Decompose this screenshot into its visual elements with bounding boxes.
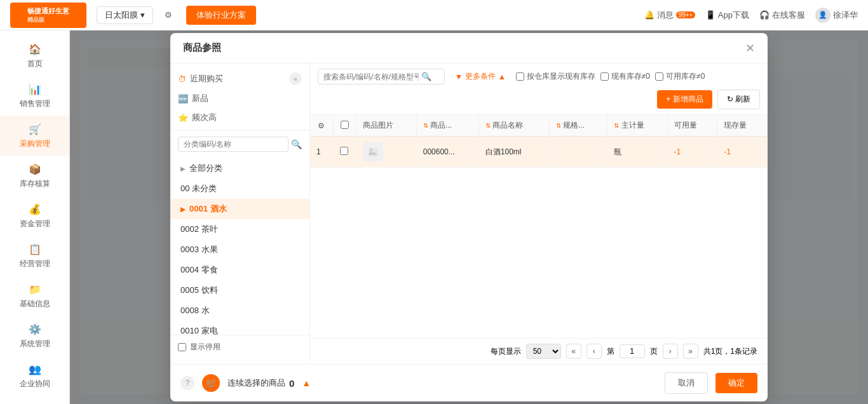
help-btn[interactable]: ? — [180, 376, 194, 390]
recent-purchase-nav[interactable]: ⏱ 近期购买 « — [170, 69, 309, 89]
sidebar-item-finance[interactable]: 💰 资金管理 — [0, 196, 69, 236]
divider — [170, 130, 309, 130]
sidebar-item-label: 系统管理 — [20, 339, 50, 349]
total-info: 共1页，1条记录 — [703, 346, 757, 357]
page-size-select[interactable]: 50 100 200 — [526, 344, 561, 359]
category-0010[interactable]: 0010 家电 — [170, 321, 309, 335]
selected-count-section: 连续选择的商品 0 — [227, 377, 294, 389]
td-unit: 瓶 — [607, 137, 667, 168]
collapse-footer-btn[interactable]: ▲ — [302, 378, 311, 388]
sidebar-item-system[interactable]: ⚙️ 系统管理 — [0, 316, 69, 356]
modal-header: 商品参照 ✕ — [170, 33, 768, 64]
selected-count-badge: 0 — [289, 378, 294, 389]
category-search-icon[interactable]: 🔍 — [291, 139, 302, 149]
search-icon[interactable]: 🔍 — [421, 72, 431, 81]
display-stopped-section: 显示停用 — [170, 335, 309, 359]
modal-overlay: 商品参照 ✕ ⏱ 近期购买 « 🆕 新品 — [70, 30, 868, 404]
td-available: -1 — [667, 137, 717, 168]
first-page-btn[interactable]: « — [566, 344, 581, 359]
pagination: 每页显示 50 100 200 « ‹ 第 页 › — [310, 338, 768, 364]
sidebar-item-purchase[interactable]: 🛒 采购管理 — [0, 116, 69, 156]
basic-info-icon: 📁 — [28, 282, 42, 296]
td-stock: -1 — [717, 137, 768, 168]
sidebar-item-home[interactable]: 🏠 首页 — [0, 36, 69, 76]
sidebar-item-inventory[interactable]: 📦 库存核算 — [0, 156, 69, 196]
product-table-container: ⚙ 商品图片 ⇅ — [310, 115, 768, 338]
notifications-btn[interactable]: 🔔 消息 99++ — [644, 10, 695, 21]
refresh-btn[interactable]: ↻ 刷新 — [717, 90, 760, 109]
th-spec[interactable]: ⇅ 规格... — [549, 115, 607, 137]
sort-name-icon: ⇅ — [485, 122, 491, 129]
sidebar-item-sales[interactable]: 📊 销售管理 — [0, 76, 69, 116]
collapse-left-btn[interactable]: « — [289, 72, 302, 85]
product-search-input[interactable] — [323, 72, 419, 81]
td-spec — [549, 137, 607, 168]
th-code[interactable]: ⇅ 商品... — [416, 115, 478, 137]
arrow-active-icon: ▶ — [180, 206, 186, 213]
experience-btn[interactable]: 体验行业方案 — [186, 6, 256, 25]
sidebar-item-label: 基础信息 — [20, 299, 50, 309]
page-number-input[interactable] — [620, 344, 645, 358]
th-settings[interactable]: ⚙ — [310, 115, 333, 137]
product-reference-modal: 商品参照 ✕ ⏱ 近期购买 « 🆕 新品 — [170, 33, 768, 401]
category-0005[interactable]: 0005 饮料 — [170, 280, 309, 300]
sidebar-item-operations[interactable]: 📋 经营管理 — [0, 236, 69, 276]
cart-btn[interactable]: 🛒 — [202, 374, 220, 392]
filter-icon: ▼ — [455, 72, 463, 81]
sidebar-item-label: 销售管理 — [20, 98, 50, 109]
chevron-up-icon: ▲ — [498, 72, 506, 81]
product-thumbnail — [363, 142, 383, 162]
sidebar-item-enterprise[interactable]: 👥 企业协同 — [0, 356, 69, 396]
category-0001[interactable]: ▶ 0001 酒水 — [170, 199, 309, 219]
cancel-btn[interactable]: 取消 — [665, 372, 708, 394]
td-image — [356, 137, 416, 168]
settings-icon[interactable]: ⚙ — [158, 5, 179, 25]
available-stock-checkbox[interactable] — [600, 72, 609, 81]
table-header-row: ⚙ 商品图片 ⇅ — [310, 115, 768, 137]
store-dropdown[interactable]: 日太阳膜 ▾ — [97, 6, 153, 24]
page-label: 第 — [607, 346, 614, 357]
category-0003[interactable]: 0003 水果 — [170, 239, 309, 260]
select-all-checkbox[interactable] — [341, 121, 349, 129]
sidebar-item-label: 库存核算 — [20, 178, 50, 189]
th-image: 商品图片 — [356, 115, 416, 137]
sidebar-item-label: 首页 — [27, 58, 43, 69]
warehouse-checkbox[interactable] — [516, 72, 524, 81]
navbar: 畅捷通好生意 精品版 日太阳膜 ▾ ⚙ 体验行业方案 🔔 消息 99++ 📱 A… — [0, 0, 868, 30]
add-product-btn[interactable]: + 新增商品 — [657, 90, 712, 109]
online-support-btn[interactable]: 🎧 在线客服 — [759, 10, 805, 21]
category-0008[interactable]: 0008 水 — [170, 300, 309, 321]
next-page-btn[interactable]: › — [663, 344, 678, 359]
sidebar-item-basic-info[interactable]: 📁 基础信息 — [0, 276, 69, 316]
purchase-icon: 🛒 — [28, 122, 42, 136]
navbar-right: 🔔 消息 99++ 📱 App下载 🎧 在线客服 👤 徐泽华 — [644, 8, 858, 23]
avatar-icon: 👤 — [815, 8, 831, 23]
modal-close-btn[interactable]: ✕ — [745, 43, 755, 54]
usable-stock-checkbox[interactable] — [655, 72, 663, 81]
display-stopped-checkbox[interactable] — [178, 343, 186, 351]
category-all[interactable]: ▶ 全部分类 — [170, 158, 309, 178]
product-search-box: 🔍 — [318, 69, 445, 84]
sidebar-item-label: 经营管理 — [20, 259, 50, 269]
th-unit[interactable]: ⇅ 主计量 — [607, 115, 667, 137]
mobile-icon: 📱 — [705, 10, 715, 20]
new-product-nav[interactable]: 🆕 新品 — [170, 89, 309, 108]
row-checkbox[interactable] — [340, 147, 348, 155]
user-menu[interactable]: 👤 徐泽华 — [815, 8, 858, 23]
confirm-btn[interactable]: 确定 — [715, 373, 757, 393]
warehouse-checkbox-group: 按仓库显示现有库存 — [516, 71, 595, 82]
prev-page-btn[interactable]: ‹ — [587, 344, 602, 359]
last-page-btn[interactable]: » — [683, 344, 698, 359]
category-0002[interactable]: 0002 茶叶 — [170, 219, 309, 239]
category-search-input[interactable] — [178, 137, 288, 152]
sidebar-item-guide[interactable]: 🚀 新手引导 — [0, 396, 69, 404]
category-0004[interactable]: 0004 零食 — [170, 260, 309, 280]
table-row[interactable]: 1 — [310, 137, 768, 168]
app-download-btn[interactable]: 📱 App下载 — [705, 10, 749, 21]
th-name[interactable]: ⇅ 商品名称 — [478, 115, 549, 137]
high-freq-nav[interactable]: ⭐ 频次高 — [170, 108, 309, 127]
td-index: 1 — [310, 137, 333, 168]
category-00[interactable]: 00 未分类 — [170, 178, 309, 199]
filter-btn[interactable]: ▼ 更多条件 ▲ — [450, 69, 511, 84]
sort-spec-icon: ⇅ — [556, 122, 561, 129]
